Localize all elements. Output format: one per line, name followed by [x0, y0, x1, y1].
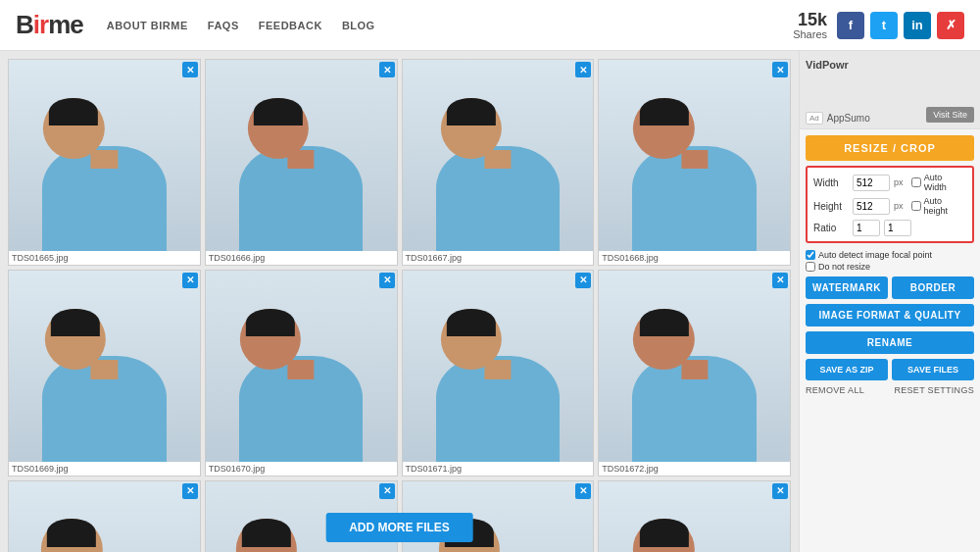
image-cell: ✕TDS01665.jpg	[8, 59, 201, 266]
remove-image-btn[interactable]: ✕	[379, 483, 395, 499]
auto-height-checkbox[interactable]	[911, 201, 921, 211]
logo-me: me	[48, 10, 83, 39]
image-thumb	[599, 60, 790, 251]
settings-box: Width px Auto Width Height px Auto heigh…	[806, 166, 974, 243]
add-files-bar: ADD MORE FILES	[325, 513, 473, 542]
detect-focal-label: Auto detect image focal point	[818, 250, 932, 260]
remove-image-btn[interactable]: ✕	[575, 62, 591, 77]
height-label: Height	[813, 201, 849, 212]
remove-image-btn[interactable]: ✕	[772, 483, 788, 499]
height-row: Height px Auto height	[813, 196, 966, 216]
ad-product: AppSumo	[827, 113, 870, 124]
image-filename: TDS01665.jpg	[9, 251, 200, 265]
width-unit: px	[894, 177, 907, 187]
nav-about[interactable]: ABOUT BIRME	[107, 20, 188, 31]
nav-blog[interactable]: BLOG	[342, 20, 375, 31]
person-image	[9, 481, 200, 553]
person-image	[599, 60, 790, 251]
no-resize-checkbox[interactable]	[806, 262, 815, 272]
remove-image-btn[interactable]: ✕	[575, 273, 591, 288]
person-image	[206, 271, 397, 462]
height-input[interactable]	[853, 198, 890, 215]
person-image	[9, 271, 200, 462]
save-files-btn[interactable]: SAVE FILES	[892, 359, 974, 380]
share-btn[interactable]: ✗	[937, 12, 964, 39]
save-btn-row: SAVE AS ZIP SAVE FILES	[806, 359, 974, 380]
watermark-btn[interactable]: WATERMARK	[806, 276, 888, 299]
header-right: 15k Shares f t in ✗	[793, 11, 964, 40]
remove-image-btn[interactable]: ✕	[772, 273, 788, 288]
logo[interactable]: Birme	[16, 10, 83, 40]
link-row: REMOVE ALL RESET SETTINGS	[806, 385, 974, 395]
detect-focal-checkbox[interactable]	[806, 250, 815, 260]
image-cell: ✕TDS01667.jpg	[402, 59, 595, 266]
remove-image-btn[interactable]: ✕	[182, 273, 198, 288]
detect-options: Auto detect image focal point Do not res…	[806, 248, 974, 272]
image-thumb	[403, 271, 594, 462]
nav: ABOUT BIRME FAQS FEEDBACK BLOG	[107, 20, 793, 31]
image-thumb	[206, 271, 397, 462]
image-thumb	[9, 60, 200, 251]
logo-ir: ir	[33, 10, 48, 39]
no-resize-row: Do not resize	[806, 262, 974, 272]
save-zip-btn[interactable]: SAVE AS ZIP	[806, 359, 888, 380]
header: Birme ABOUT BIRME FAQS FEEDBACK BLOG 15k…	[0, 0, 980, 51]
image-filename: TDS01667.jpg	[403, 251, 594, 265]
image-filename: TDS01669.jpg	[9, 462, 200, 476]
rename-btn[interactable]: RENAME	[806, 331, 974, 354]
remove-image-btn[interactable]: ✕	[772, 62, 788, 77]
format-quality-btn[interactable]: IMAGE FORMAT & QUALITY	[806, 304, 974, 326]
person-image	[206, 60, 397, 251]
reset-settings-btn[interactable]: RESET SETTINGS	[894, 385, 974, 395]
image-cell: ✕TDS01671.jpg	[402, 270, 595, 477]
image-area[interactable]: ✕TDS01665.jpg✕TDS01666.jpg✕TDS01667.jpg✕…	[0, 51, 799, 552]
remove-image-btn[interactable]: ✕	[379, 273, 395, 288]
visit-site-btn[interactable]: Visit Site	[926, 107, 974, 123]
add-files-button[interactable]: ADD MORE FILES	[325, 513, 473, 542]
remove-all-btn[interactable]: REMOVE ALL	[806, 385, 864, 395]
image-cell: ✕TDS01669.jpg	[8, 270, 201, 477]
image-filename: TDS01668.jpg	[599, 251, 790, 265]
image-filename: TDS01666.jpg	[206, 251, 397, 265]
watermark-border-row: WATERMARK BORDER	[806, 276, 974, 299]
linkedin-share-btn[interactable]: in	[904, 12, 931, 39]
person-image	[599, 271, 790, 462]
image-cell: ✕TDS01670.jpg	[205, 270, 398, 477]
facebook-share-btn[interactable]: f	[837, 12, 864, 39]
image-thumb	[403, 60, 594, 251]
image-filename: TDS01671.jpg	[403, 462, 594, 476]
right-panel: VidPowr Ad AppSumo Visit Site RESIZE / C…	[799, 51, 980, 552]
remove-image-btn[interactable]: ✕	[182, 483, 198, 499]
detect-focal-row: Auto detect image focal point	[806, 250, 974, 260]
auto-width-label: Auto Width	[911, 173, 966, 192]
image-thumb	[206, 60, 397, 251]
auto-width-checkbox[interactable]	[911, 177, 921, 187]
person-image	[599, 481, 790, 553]
share-number: 15k	[793, 11, 827, 28]
border-btn[interactable]: BORDER	[892, 276, 974, 299]
ad-product2: VidPowr	[806, 59, 849, 71]
resize-crop-button[interactable]: RESIZE / CROP	[806, 135, 974, 161]
ad-area: VidPowr Ad AppSumo Visit Site	[800, 51, 980, 129]
person-image	[403, 271, 594, 462]
width-label: Width	[813, 177, 849, 188]
ratio-h-input[interactable]	[884, 220, 911, 236]
no-resize-label: Do not resize	[818, 262, 870, 272]
nav-faqs[interactable]: FAQS	[208, 20, 239, 31]
ad-label: Ad	[806, 112, 823, 125]
controls: RESIZE / CROP Width px Auto Width Height…	[800, 129, 980, 401]
remove-image-btn[interactable]: ✕	[379, 62, 395, 77]
remove-image-btn[interactable]: ✕	[182, 62, 198, 77]
ratio-w-input[interactable]	[853, 220, 880, 236]
image-thumb	[9, 481, 200, 553]
image-cell: ✕TDS01694.jpg	[598, 480, 791, 553]
width-input[interactable]	[853, 175, 890, 191]
person-image	[403, 60, 594, 251]
logo-b: B	[16, 10, 33, 39]
nav-feedback[interactable]: FEEDBACK	[259, 20, 322, 31]
remove-image-btn[interactable]: ✕	[575, 483, 591, 499]
ratio-row: Ratio	[813, 220, 966, 236]
image-thumb	[9, 271, 200, 462]
height-unit: px	[894, 201, 907, 211]
twitter-share-btn[interactable]: t	[870, 12, 898, 39]
